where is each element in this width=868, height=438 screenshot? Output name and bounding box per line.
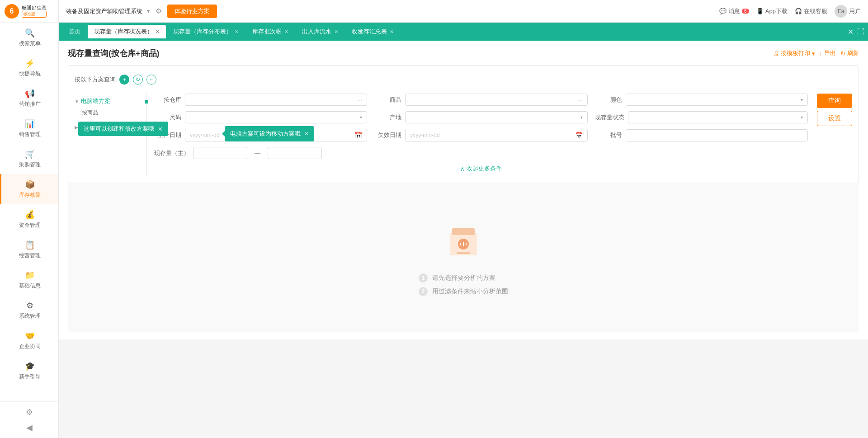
sidebar-item-purchase[interactable]: 🛒 采购管理 — [0, 144, 58, 174]
stock-status-select[interactable]: ▾ — [628, 111, 808, 123]
search-button[interactable]: 查询 — [817, 94, 852, 108]
empty-state: 1 请先选择要分析的方案 2 用过滤条件来缩小分析范围 — [68, 183, 859, 332]
print-button[interactable]: 🖨 按模板打印 ▾ — [773, 49, 815, 57]
print-icon: 🖨 — [773, 50, 779, 57]
step-number-2: 2 — [419, 287, 428, 296]
tab-close-icon[interactable]: ✕ — [284, 29, 288, 35]
empty-step-2: 2 用过滤条件来缩小分析范围 — [419, 287, 508, 296]
online-support-item[interactable]: 🎧 在线客服 — [795, 7, 827, 15]
sales-icon: 📊 — [25, 119, 35, 129]
collab-icon: 🤝 — [25, 331, 35, 341]
batch-input[interactable] — [626, 129, 808, 141]
sidebar-bottom: ⚙ ◀ — [0, 401, 58, 438]
refresh-icon: ↻ — [840, 50, 845, 57]
expand-arrow-mobile-icon: ▶ — [75, 125, 78, 130]
sidebar-item-collab[interactable]: 🤝 企业协同 — [0, 325, 58, 356]
user-area[interactable]: Ea 用户 — [835, 5, 861, 18]
tooltip1-close-icon[interactable]: ✕ — [304, 131, 309, 137]
sidebar-item-marketing[interactable]: 📢 营销推广 — [0, 83, 58, 113]
empty-illustration — [441, 219, 486, 264]
tab-inventory-distribution[interactable]: 现存量（库存分布表） ✕ — [167, 25, 245, 38]
tooltip1-text: 电脑方案可设为移动方案哦 — [230, 130, 301, 138]
sidebar-item-guide[interactable]: 🎓 新手引导 — [0, 356, 58, 386]
sidebar-nav: 🔍 搜索菜单 ⚡ 快捷导航 📢 营销推广 📊 销售管理 🛒 采购管理 📦 — [0, 23, 58, 401]
tab-summary[interactable]: 收发存汇总表 ✕ — [345, 25, 400, 38]
notification-item[interactable]: 💬 消息 6 — [719, 7, 749, 15]
logo-icon: 6 — [5, 4, 19, 19]
industry-plan-button[interactable]: 体验行业方案 — [167, 5, 217, 18]
color-select[interactable]: ▾ — [626, 94, 808, 106]
tab-close-icon[interactable]: ✕ — [235, 29, 239, 35]
scheme-按商品-item[interactable]: 按商品 — [82, 107, 141, 118]
warehouse-select[interactable]: ··· — [185, 94, 367, 106]
settings-bottom-icon[interactable]: ⚙ — [26, 407, 33, 417]
warehouse-field: 按仓库 ··· — [154, 94, 367, 106]
origin-select[interactable]: ▾ — [405, 111, 587, 123]
refresh-button[interactable]: ↻ 刷新 — [840, 49, 859, 57]
system-name: 装备及固定资产辅助管理系统 — [66, 7, 142, 15]
sidebar-item-finance[interactable]: 💰 资金管理 — [0, 204, 58, 235]
tab-close-all-icon[interactable]: ✕ — [848, 28, 854, 36]
sidebar-item-operations[interactable]: 📋 经营管理 — [0, 235, 58, 265]
tab-inventory-status[interactable]: 现存量（库存状况表） ✕ — [88, 25, 166, 38]
tab-label: 现存量（库存分布表） — [173, 28, 232, 36]
origin-field: 产地 ▾ — [374, 111, 587, 123]
collapse-sidebar-icon[interactable]: ◀ — [26, 423, 33, 433]
scheme-desktop-label: 电脑端方案 — [81, 97, 110, 105]
system-dropdown-icon[interactable]: ▾ — [147, 8, 150, 14]
stock-max-input[interactable] — [268, 147, 322, 159]
stock-status-label: 现存量状态 — [595, 113, 624, 122]
sidebar-item-quicknav[interactable]: ⚡ 快捷导航 — [0, 53, 58, 83]
filter-row-2: 尺码 ▾ 产地 — [154, 111, 808, 123]
tab-close-icon[interactable]: ✕ — [390, 29, 394, 35]
app-download-item[interactable]: 📱 App下载 — [756, 7, 788, 15]
size-dropdown-icon: ▾ — [360, 115, 362, 120]
sidebar-item-search[interactable]: 🔍 搜索菜单 — [0, 23, 58, 53]
print-dropdown-icon: ▾ — [812, 50, 815, 57]
tab-maximize-icon[interactable]: ⛶ — [857, 28, 864, 36]
product-select[interactable]: ··· — [405, 94, 587, 106]
expiry-date-placeholder: yyyy-mm-dd — [410, 132, 439, 138]
sidebar-logo: 6 畅通好生意 标准版 — [0, 0, 58, 23]
support-icon: 🎧 — [795, 8, 802, 14]
topbar-settings-icon[interactable]: ⚙ — [156, 7, 162, 15]
sidebar-item-sales[interactable]: 📊 销售管理 — [0, 113, 58, 144]
scheme-desktop-item[interactable]: ▼ 电脑端方案 — [75, 95, 141, 107]
collapse-button[interactable]: ∧ 收起更多条件 — [154, 161, 808, 176]
sidebar-item-label: 采购管理 — [19, 161, 41, 169]
range-separator: — — [255, 150, 260, 156]
stock-min-input[interactable] — [193, 147, 247, 159]
tab-close-icon[interactable]: ✕ — [334, 29, 338, 35]
sidebar-item-label: 经营管理 — [19, 252, 41, 259]
page-header: 现存量查询(按仓库+商品) 🖨 按模板打印 ▾ ↑ 导出 ↻ — [68, 48, 859, 59]
tab-label: 库存批次帐 — [252, 28, 282, 36]
sidebar-item-system[interactable]: ⚙ 系统管理 — [0, 295, 58, 325]
filter-header: 按以下方案查询 + ↻ ← 电脑方案可设为移动方案哦 ✕ — [75, 72, 852, 87]
empty-steps: 1 请先选择要分析的方案 2 用过滤条件来缩小分析范围 — [419, 273, 508, 296]
notification-label: 消息 — [728, 7, 740, 15]
search-icon: 🔍 — [25, 28, 35, 38]
sidebar-item-inventory[interactable]: 📦 库存核算 — [0, 174, 58, 204]
reset-button[interactable]: 设置 — [817, 111, 852, 126]
sidebar-item-label: 企业协同 — [19, 343, 41, 350]
marketing-icon: 📢 — [25, 89, 35, 99]
step1-text: 请先选择要分析的方案 — [432, 274, 495, 282]
svg-rect-1 — [452, 228, 475, 235]
sidebar-item-label: 资金管理 — [19, 221, 41, 229]
expiry-date-input[interactable]: yyyy-mm-dd 📅 — [405, 129, 587, 141]
tooltip2-close-icon[interactable]: ✕ — [158, 126, 163, 132]
tab-batch-account[interactable]: 库存批次帐 ✕ — [246, 25, 295, 38]
topbar-right-area: 💬 消息 6 📱 App下载 🎧 在线客服 Ea 用户 — [719, 5, 861, 18]
filter-refresh-button[interactable]: ↻ — [133, 75, 143, 85]
tab-home[interactable]: 首页 — [62, 25, 87, 38]
filter-add-button[interactable]: + — [119, 75, 129, 85]
filter-back-button[interactable]: ← — [146, 75, 156, 85]
scheme-desktop-children: 按商品 — [75, 107, 141, 118]
sidebar-item-basicinfo[interactable]: 📁 基础信息 — [0, 265, 58, 295]
tab-inout-flow[interactable]: 出入库流水 ✕ — [296, 25, 344, 38]
size-select[interactable]: ▾ — [185, 111, 367, 123]
expiry-date-field: 失效日期 yyyy-mm-dd 📅 — [374, 129, 587, 141]
origin-label: 产地 — [374, 113, 401, 122]
tab-close-icon[interactable]: ✕ — [156, 29, 160, 35]
export-button[interactable]: ↑ 导出 — [820, 49, 836, 57]
